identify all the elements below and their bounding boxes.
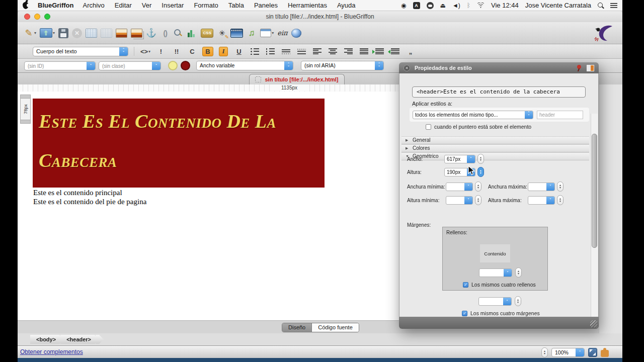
spellcheck-icon[interactable]: ✳ xyxy=(217,28,227,39)
table-properties-icon[interactable] xyxy=(101,29,112,38)
bullet-list-icon[interactable] xyxy=(249,46,260,56)
align-center-icon[interactable] xyxy=(327,46,338,56)
min-height-stepper[interactable]: ▴▾ xyxy=(475,195,481,205)
panel-scrollbar[interactable] xyxy=(591,114,598,317)
zoom-stepper[interactable]: ▴▾ xyxy=(541,347,548,357)
align-right-icon[interactable] xyxy=(343,46,354,56)
same-paddings-checkbox[interactable] xyxy=(463,282,468,288)
footer-content-text[interactable]: Este es el contenido del pie de pagina xyxy=(33,197,146,206)
get-addons-link[interactable]: Obtener complementos xyxy=(20,348,83,355)
find-replace-icon[interactable] xyxy=(174,29,184,38)
eject-icon[interactable]: ⏏ xyxy=(440,2,446,9)
insert-form-icon[interactable]: ▾ xyxy=(260,29,274,37)
same-margins-checkbox[interactable] xyxy=(462,311,467,316)
menu-item[interactable]: Ver xyxy=(142,2,152,9)
strong-button[interactable]: !! xyxy=(171,46,182,56)
margin-stepper[interactable]: ▴▾ xyxy=(515,296,521,306)
insert-table-icon[interactable] xyxy=(86,29,97,38)
align-left-icon[interactable] xyxy=(311,46,323,56)
element-id-select[interactable]: (sin ID) ˇ xyxy=(24,61,96,70)
menu-item[interactable]: Ayuda xyxy=(337,2,356,9)
app-menu-bluegriffon[interactable]: BlueGriffon xyxy=(38,2,74,9)
aria-role-select[interactable]: (sin rol ARIA) ˆˇ xyxy=(301,61,384,70)
min-width-select[interactable]: ˇ xyxy=(446,183,473,191)
minimize-window-button[interactable] xyxy=(34,14,40,20)
numbered-list-icon[interactable] xyxy=(265,46,276,56)
anchor-icon[interactable]: ⚓ xyxy=(146,28,156,39)
max-width-select[interactable]: ˇ xyxy=(528,183,555,191)
new-document-icon[interactable]: ✎ ▾ xyxy=(24,28,36,39)
menu-item[interactable]: Paneles xyxy=(254,2,278,9)
addons-puzzle-icon[interactable] xyxy=(601,350,609,357)
resize-grip-icon[interactable] xyxy=(590,320,597,327)
indent-icon[interactable] xyxy=(374,46,385,56)
zoom-level-select[interactable]: 100% ˇ xyxy=(551,348,585,357)
wifi-icon[interactable] xyxy=(477,3,485,8)
accordion-section-header[interactable]: Colores xyxy=(401,144,589,152)
height-stepper[interactable]: ▴▾ xyxy=(477,167,484,177)
width-mode-select[interactable]: Ancho variable ˆˇ xyxy=(196,61,293,70)
document-body-text[interactable]: Este es el contenido principal Este es e… xyxy=(33,188,146,206)
bluetooth-icon[interactable]: ᛒ xyxy=(467,2,470,9)
padding-select[interactable]: ˇ xyxy=(479,268,512,277)
main-content-text[interactable]: Este es el contenido principal xyxy=(33,188,146,197)
save-icon[interactable] xyxy=(58,28,68,38)
link-icon[interactable]: () xyxy=(160,28,170,39)
panel-close-icon[interactable]: ✕ xyxy=(404,65,410,71)
spacing-above-icon[interactable] xyxy=(280,46,291,56)
stop-icon[interactable]: ✕ xyxy=(72,28,82,38)
spotlight-search-icon[interactable] xyxy=(598,3,604,9)
spacing-below-icon[interactable] xyxy=(296,46,307,56)
bold-button[interactable]: B xyxy=(202,46,213,56)
breadcrumb-item[interactable]: <body> xyxy=(30,335,64,344)
menu-item[interactable]: Formato xyxy=(194,2,218,9)
paragraph-style-select[interactable]: Cuerpo del texto ˆˇ xyxy=(33,47,128,56)
italic-button[interactable]: I xyxy=(218,46,229,56)
underline-button[interactable]: U xyxy=(233,46,245,56)
menu-item[interactable]: Tabla xyxy=(228,2,244,9)
breadcrumb-item[interactable]: <header> xyxy=(60,335,99,344)
close-window-button[interactable] xyxy=(24,14,30,20)
apply-mode-select[interactable]: todos los elementos del mismo tipo... ˆˇ xyxy=(413,111,533,119)
align-justify-icon[interactable] xyxy=(358,46,369,56)
menu-item[interactable]: Insertar xyxy=(162,2,184,9)
menu-bar-clock[interactable]: Vie 12:44 xyxy=(491,2,519,9)
input-source-icon[interactable]: A xyxy=(413,2,420,9)
apple-menu-icon[interactable] xyxy=(23,2,29,9)
insert-image-icon[interactable] xyxy=(116,29,127,38)
code-button[interactable]: C xyxy=(187,46,198,56)
design-view-tab[interactable]: Diseño xyxy=(282,323,311,332)
background-color-swatch[interactable] xyxy=(181,61,190,70)
document-tab[interactable]: sin título [file:/.../index.html] xyxy=(249,74,345,84)
menu-item[interactable]: Herramientas xyxy=(288,2,327,9)
accordion-section-header[interactable]: General xyxy=(401,136,589,144)
padding-stepper[interactable]: ▴▾ xyxy=(515,267,522,278)
chart-icon[interactable] xyxy=(187,29,197,37)
menu-item[interactable]: Editar xyxy=(115,2,132,9)
fullscreen-icon[interactable] xyxy=(588,348,597,357)
max-height-select[interactable]: ˇ xyxy=(528,196,555,205)
panel-scrollbar-thumb[interactable] xyxy=(592,134,597,248)
volume-icon[interactable]: ◄) xyxy=(452,2,460,9)
screen-record-icon[interactable]: ◉ xyxy=(401,2,406,9)
margin-select[interactable]: ˇ xyxy=(478,297,512,306)
document-header-element[interactable]: Este Es El Contenido De La Cabecera xyxy=(33,99,325,188)
notification-center-icon[interactable] xyxy=(610,3,617,8)
panel-title-bar[interactable]: ✕ Propiedades de estilo xyxy=(399,62,599,73)
menu-item[interactable]: Archivo xyxy=(83,2,105,9)
width-stepper[interactable]: ▴▾ xyxy=(477,154,484,164)
creative-cloud-icon[interactable] xyxy=(427,2,434,9)
pin-icon[interactable] xyxy=(576,64,582,71)
insert-math-icon[interactable]: eiπ xyxy=(277,28,287,39)
min-width-stepper[interactable]: ▴▾ xyxy=(475,182,481,192)
apply-target-input[interactable] xyxy=(537,111,583,119)
outdent-icon[interactable] xyxy=(389,46,400,56)
css-editor-icon[interactable]: CSS xyxy=(201,29,213,38)
open-file-icon[interactable]: ⇧ ▾ xyxy=(40,28,55,38)
element-class-select[interactable]: (sin clase) ˇ xyxy=(99,61,161,70)
insert-video-icon[interactable] xyxy=(230,29,243,38)
insert-audio-icon[interactable]: ♫ xyxy=(247,28,257,39)
max-height-stepper[interactable]: ▴▾ xyxy=(557,195,564,205)
source-view-tab[interactable]: Código fuente xyxy=(311,323,359,332)
insert-thumbnail-icon[interactable] xyxy=(131,29,142,38)
